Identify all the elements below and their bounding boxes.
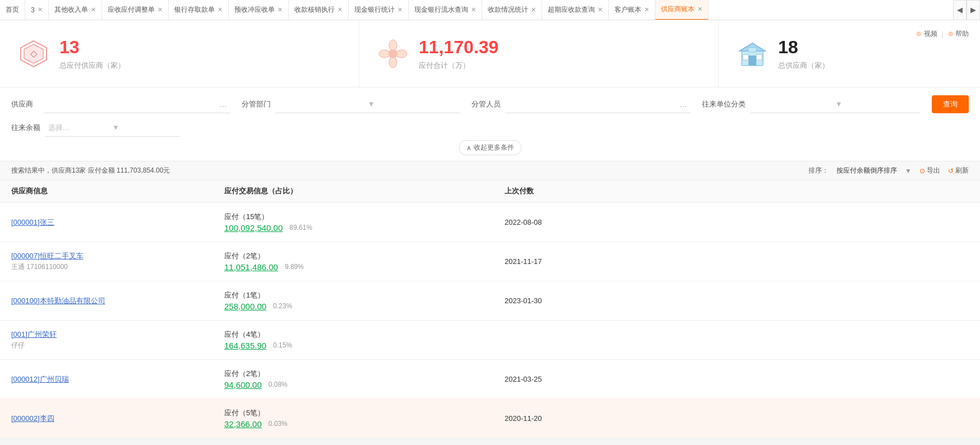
supplier-cell-3: [001]广州荣轩 仔仔 [11, 321, 224, 359]
lastpay-cell-3 [505, 321, 969, 359]
filter-row-1: 供应商 ... 分管部门 ▼ 分管人员 ... 往来单位分类 [11, 95, 969, 113]
dept-select[interactable]: ▼ [275, 95, 461, 113]
nav-tab-cash-bank-stat[interactable]: 现金银行统计✕ [349, 0, 409, 20]
sort-value[interactable]: 按应付余额倒序排序 [836, 166, 897, 175]
nav-tab-customer-account[interactable]: 客户账本✕ [609, 0, 655, 20]
category-select[interactable]: ▼ [750, 95, 921, 113]
total-suppliers-info: 18 总供应商（家） [778, 36, 829, 70]
trade-amount-5[interactable]: 32,366.00 [224, 419, 262, 429]
chevron-up-icon: ∧ [466, 144, 471, 152]
lastpay-cell-1: 2021-11-17 [505, 242, 969, 281]
video-link[interactable]: ⊙ 视频 [916, 29, 937, 39]
tab-label-supplier-account: 供应商账本 [661, 4, 695, 14]
tab-close-overdue-query[interactable]: ✕ [598, 6, 603, 13]
table-row: [001]广州荣轩 仔仔 应付（4笔） 164,635.90 0.15% [0, 321, 980, 360]
tab-close-advance-receipt[interactable]: ✕ [278, 6, 283, 13]
nav-prev-arrow[interactable]: ◀ [953, 0, 967, 20]
nav-tab-tab3[interactable]: 3✕ [25, 0, 49, 20]
tab-label-cash-bank-flow: 现金银行流水查询 [414, 5, 468, 15]
supplier-link-0[interactable]: [000001]张三 [11, 217, 224, 228]
nav-next-arrow[interactable]: ▶ [967, 0, 980, 20]
trade-cell-5: 应付（5笔） 32,366.00 0.03% [224, 399, 505, 438]
supplier-cell-4: [000012]广州贝瑞 [11, 360, 224, 398]
table-row: [000002]李四 应付（5笔） 32,366.00 0.03% 2020-1… [0, 399, 980, 438]
supplier-sub-1: 王通 17106110000 [11, 262, 224, 272]
supplier-cell-0: [000001]张三 [11, 203, 224, 242]
result-actions: 排序： 按应付余额倒序排序 ▼ ⊙ 导出 ↺ 刷新 [808, 166, 969, 175]
total-suppliers-count: 18 [778, 36, 829, 58]
tab-close-tab3[interactable]: ✕ [38, 6, 43, 13]
collapse-button[interactable]: ∧ 收起更多条件 [459, 140, 521, 155]
result-bar: 搜索结果中，供应商13家 应付金额 111,703,854.00元 排序： 按应… [0, 161, 980, 180]
trade-label-3: 应付（4笔） [224, 330, 505, 340]
trade-amount-1[interactable]: 11,051,486.00 [224, 262, 278, 272]
header-trade: 应付交易信息（占比） [224, 186, 505, 196]
supplier-link-5[interactable]: [000002]李四 [11, 414, 224, 424]
tab-label-overdue-query: 超期应收款查询 [548, 5, 595, 15]
refresh-button[interactable]: ↺ 刷新 [948, 166, 969, 175]
tab-close-supplier-account[interactable]: ✕ [697, 6, 702, 13]
nav-tab-home[interactable]: 首页 [0, 0, 25, 20]
nav-tab-receipt-stat[interactable]: 收款情况统计✕ [482, 0, 542, 20]
tab-close-other-income[interactable]: ✕ [91, 6, 96, 13]
lastpay-date-0: 2022-08-08 [505, 218, 969, 226]
tab-close-receipt-verify[interactable]: ✕ [338, 6, 343, 13]
table-row: [000007]恒旺二手叉车 王通 17106110000 应付（2笔） 11,… [0, 242, 980, 281]
person-dots-icon[interactable]: ... [679, 99, 687, 109]
ap-suppliers-label: 总应付供应商（家） [59, 61, 125, 71]
tab-close-customer-account[interactable]: ✕ [644, 6, 649, 13]
tab-label-receipt-stat: 收款情况统计 [488, 5, 528, 15]
svg-rect-12 [743, 54, 748, 60]
supplier-link-1[interactable]: [000007]恒旺二手叉车 [11, 251, 224, 261]
nav-tab-receipt-verify[interactable]: 收款核销执行✕ [289, 0, 349, 20]
category-arrow-icon: ▼ [835, 100, 917, 108]
supplier-link-2[interactable]: [000100]本特勤油品有限公司 [11, 296, 224, 306]
tab-close-ap-adjust[interactable]: ✕ [158, 6, 163, 13]
supplier-label: 供应商 [11, 99, 39, 109]
tab-close-cash-bank-flow[interactable]: ✕ [471, 6, 476, 13]
person-label: 分管人员 [471, 99, 501, 109]
table-header: 供应商信息 应付交易信息（占比） 上次付数 [0, 180, 980, 203]
trade-pct-2: 0.23% [273, 302, 292, 310]
tab-close-cash-bank-stat[interactable]: ✕ [397, 6, 403, 13]
supplier-link-4[interactable]: [000012]广州贝瑞 [11, 374, 224, 384]
supplier-sub-3: 仔仔 [11, 341, 224, 350]
person-input-wrap[interactable]: ... [505, 95, 691, 113]
nav-tab-other-income[interactable]: 其他收入单✕ [49, 0, 102, 20]
trade-amount-2[interactable]: 258,000.00 [224, 302, 266, 311]
search-button[interactable]: 查询 [932, 95, 969, 113]
nav-tab-supplier-account[interactable]: 供应商账本✕ [655, 0, 709, 20]
result-text: 搜索结果中，供应商13家 应付金额 111,703,854.00元 [11, 166, 170, 175]
ap-suppliers-info: 13 总应付供应商（家） [59, 36, 125, 70]
balance-select[interactable]: 选择... ▼ [45, 119, 179, 137]
tab-label-customer-account: 客户账本 [614, 5, 641, 15]
trade-label-1: 应付（2笔） [224, 251, 505, 261]
trade-pct-5: 0.03% [269, 420, 288, 428]
nav-tab-ap-adjust[interactable]: 应收应付调整单✕ [102, 0, 169, 20]
tab-close-receipt-stat[interactable]: ✕ [531, 6, 536, 13]
nav-tab-advance-receipt[interactable]: 预收冲应收单✕ [229, 0, 289, 20]
export-button[interactable]: ⊙ 导出 [919, 166, 940, 175]
total-suppliers-label: 总供应商（家） [778, 61, 829, 71]
trade-amount-0[interactable]: 100,092,540.00 [224, 223, 283, 233]
help-link[interactable]: ⊙ 帮助 [948, 29, 969, 39]
lastpay-cell-5: 2020-11-20 [505, 399, 969, 438]
nav-tab-cash-bank-flow[interactable]: 现金银行流水查询✕ [409, 0, 482, 20]
balance-arrow-icon: ▼ [112, 123, 176, 132]
trade-amount-4[interactable]: 94,600.00 [224, 380, 262, 390]
nav-tab-overdue-query[interactable]: 超期应收款查询✕ [542, 0, 609, 20]
lastpay-date-2: 2023-01-30 [505, 296, 969, 305]
svg-point-8 [389, 49, 397, 58]
supplier-link-3[interactable]: [001]广州荣轩 [11, 330, 224, 340]
supplier-input-wrap[interactable]: ... [44, 95, 230, 113]
lastpay-date-1: 2021-11-17 [505, 257, 969, 266]
supplier-dots-icon[interactable]: ... [219, 99, 226, 109]
person-input[interactable] [509, 100, 679, 108]
supplier-input[interactable] [47, 100, 219, 108]
trade-pct-0: 89.61% [289, 224, 312, 231]
tab-label-tab3: 3 [31, 6, 35, 14]
nav-tab-bank-deposit[interactable]: 银行存取款单✕ [169, 0, 229, 20]
trade-amount-3[interactable]: 164,635.90 [224, 341, 266, 350]
svg-rect-13 [756, 54, 762, 60]
tab-close-bank-deposit[interactable]: ✕ [218, 6, 223, 13]
